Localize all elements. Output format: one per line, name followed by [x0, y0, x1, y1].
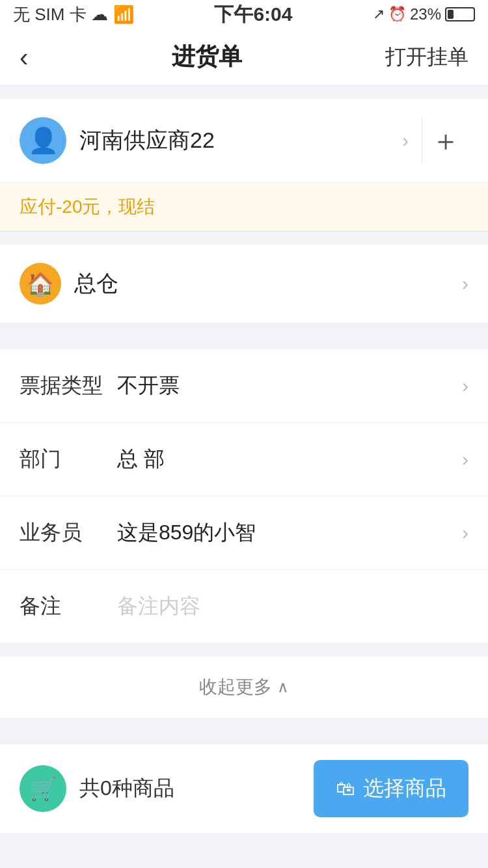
section-gap-4: [0, 718, 488, 731]
warehouse-name: 总仓: [74, 269, 462, 299]
salesperson-label: 业务员: [20, 519, 117, 547]
location-icon: ↗: [373, 6, 385, 23]
bottom-bar: 🛒 共0种商品 🛍 选择商品: [0, 744, 488, 833]
section-gap-3: [0, 323, 488, 336]
page-title: 进货单: [172, 41, 242, 73]
house-icon: 🏠: [27, 271, 54, 297]
form-section: 票据类型 不开票 › 部门 总 部 › 业务员 这是859的小智 › 备注 备注…: [0, 349, 488, 643]
warehouse-chevron-icon: ›: [462, 273, 468, 295]
department-value: 总 部: [117, 445, 462, 474]
open-pending-button[interactable]: 打开挂单: [385, 43, 468, 72]
status-bar: 无 SIM 卡 ☁ 📶 下午6:04 ↗ ⏰ 23%: [0, 0, 488, 29]
product-count-icon: 🛒: [20, 765, 66, 812]
remark-label: 备注: [20, 592, 117, 621]
product-count: 共0种商品: [79, 774, 314, 803]
department-label: 部门: [20, 445, 117, 474]
sim-label: 无 SIM 卡 ☁: [13, 3, 108, 26]
wifi-icon: 📶: [113, 5, 134, 25]
salesperson-value: 这是859的小智: [117, 519, 462, 547]
invoice-value: 不开票: [117, 372, 462, 400]
cart-icon: 🛒: [29, 776, 57, 802]
collapse-bar[interactable]: 收起更多 ∧: [0, 656, 488, 718]
page-background: [0, 833, 488, 868]
warehouse-card: 🏠 总仓 ›: [0, 245, 488, 323]
supplier-name: 河南供应商22: [79, 126, 402, 156]
warehouse-row[interactable]: 🏠 总仓 ›: [0, 245, 488, 323]
supplier-notice: 应付-20元，现结: [0, 183, 488, 232]
avatar-icon: 👤: [28, 126, 59, 155]
add-supplier-button[interactable]: ＋: [422, 117, 468, 164]
invoice-row[interactable]: 票据类型 不开票 ›: [0, 349, 488, 423]
battery-percent: 23%: [410, 5, 441, 23]
department-row[interactable]: 部门 总 部 ›: [0, 423, 488, 496]
invoice-chevron-icon: ›: [462, 375, 468, 397]
collapse-icon: ∧: [277, 678, 289, 696]
remark-input[interactable]: 备注内容: [117, 592, 468, 621]
status-time: 下午6:04: [214, 1, 292, 28]
invoice-label: 票据类型: [20, 372, 117, 400]
back-button[interactable]: ‹: [20, 44, 28, 70]
battery-icon: [445, 7, 475, 21]
alarm-icon: ⏰: [388, 6, 406, 23]
select-product-label: 选择商品: [363, 774, 446, 803]
salesperson-chevron-icon: ›: [462, 522, 468, 544]
warehouse-icon: 🏠: [20, 263, 61, 305]
select-product-icon: 🛍: [336, 778, 355, 800]
status-right: ↗ ⏰ 23%: [373, 5, 475, 23]
section-gap-1: [0, 86, 488, 99]
remark-row[interactable]: 备注 备注内容: [0, 570, 488, 643]
nav-bar: ‹ 进货单 打开挂单: [0, 29, 488, 86]
status-left: 无 SIM 卡 ☁ 📶: [13, 3, 134, 26]
collapse-label: 收起更多: [199, 675, 272, 699]
supplier-chevron-icon: ›: [402, 129, 409, 152]
select-product-button[interactable]: 🛍 选择商品: [314, 760, 468, 817]
supplier-avatar: 👤: [20, 117, 66, 164]
supplier-card: 👤 河南供应商22 › ＋ 应付-20元，现结: [0, 99, 488, 232]
salesperson-row[interactable]: 业务员 这是859的小智 ›: [0, 496, 488, 570]
department-chevron-icon: ›: [462, 448, 468, 470]
supplier-row[interactable]: 👤 河南供应商22 › ＋: [0, 99, 488, 183]
section-gap-2: [0, 232, 488, 245]
